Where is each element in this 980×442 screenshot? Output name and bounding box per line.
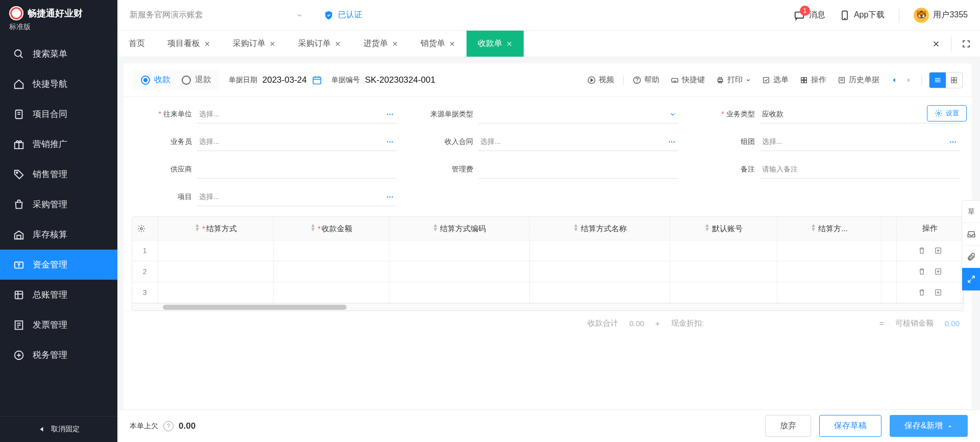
tab-purchase-order-2[interactable]: 采购订单✕ [287,31,352,57]
lookup-icon[interactable]: ⋯ [386,138,395,146]
project-input[interactable]: 选择...⋯ [197,188,397,206]
income-contract-input[interactable]: 选择...⋯ [478,133,678,151]
lookup-icon[interactable]: ⋯ [949,138,958,146]
operate-button[interactable]: 操作 [798,73,828,87]
prev-button[interactable] [889,75,900,86]
settings-button[interactable]: 设置 [927,105,967,121]
close-icon[interactable]: ✕ [506,40,512,48]
select-bill-button[interactable]: 选单 [760,73,791,87]
lookup-icon[interactable]: ⋯ [386,110,395,118]
sidebar-unpin[interactable]: 取消固定 [0,416,117,442]
owe-value: 0.00 [179,421,195,431]
salesman-input[interactable]: 选择...⋯ [197,133,397,151]
delete-row-button[interactable] [918,267,926,276]
rail-inbox[interactable] [962,223,980,245]
save-new-button[interactable]: 保存&新增 [890,415,968,437]
tab-sales-bill[interactable]: 销货单✕ [409,31,467,57]
messages-button[interactable]: 1 消息 [794,10,825,21]
lookup-icon[interactable]: ⋯ [386,193,395,201]
tab-project-board[interactable]: 项目看板✕ [156,31,222,57]
lookup-icon[interactable]: ⋯ [668,138,676,146]
help-button[interactable]: 帮助 [631,73,662,87]
video-button[interactable]: 视频 [585,73,616,87]
help-icon[interactable]: ? [163,421,174,431]
sidebar-item-invoice[interactable]: 发票管理 [0,310,117,340]
tab-purchase-order-1[interactable]: 采购订单✕ [222,31,287,57]
table-row[interactable]: 3 [132,282,963,303]
col-receive-amount[interactable]: ▲▼收款金额 [274,217,389,240]
table-row[interactable]: 1 [132,240,963,261]
close-icon[interactable]: ✕ [335,40,341,48]
app-download-button[interactable]: App下载 [840,10,885,21]
tab-home[interactable]: 首页 [117,31,156,57]
fullscreen-button[interactable] [960,37,973,51]
col-default-account[interactable]: ▲▼默认账号 [670,217,777,240]
delete-row-button[interactable] [918,288,926,297]
chevron-down-icon [669,111,676,118]
sidebar-item-search[interactable]: 搜索菜单 [0,39,117,69]
customer-input[interactable]: 选择...⋯ [197,105,397,124]
save-draft-button[interactable]: 保存草稿 [819,415,881,437]
tab-goods-in[interactable]: 进货单✕ [352,31,409,57]
col-settle-more[interactable]: ▲▼结算方... [777,217,881,240]
delete-row-button[interactable] [918,247,926,255]
svg-point-54 [140,228,142,230]
table-row[interactable]: 2 [132,261,963,282]
next-button[interactable] [903,75,914,86]
radio-refund[interactable]: 退款 [182,75,211,85]
rail-expand[interactable] [962,268,980,290]
source-type-select[interactable] [478,105,678,124]
account-select[interactable]: 新服务官网演示账套 [130,10,324,20]
tab-receipt[interactable]: 收款单✕ [467,31,524,57]
close-icon[interactable]: ✕ [449,40,455,48]
col-settle-name[interactable]: ▲▼结算方式名称 [530,217,670,240]
rail-draft[interactable]: 草 [962,201,980,223]
sidebar-menu[interactable]: 搜索菜单 快捷导航 项目合同 营销推广 销售管理 采购管理 库存核算 资金管理 … [0,39,117,416]
unpin-icon [38,425,47,434]
sidebar-item-contract[interactable]: 项目合同 [0,99,117,129]
sidebar-item-tax[interactable]: 税务管理 [0,340,117,370]
rail-attach[interactable] [962,245,980,268]
close-all-button[interactable] [929,37,943,51]
radio-receive[interactable]: 收款 [141,75,170,85]
date-value[interactable]: 2023-03-24 [262,75,307,85]
sidebar-item-sales[interactable]: 销售管理 [0,159,117,189]
mgmt-fee-input[interactable] [478,160,678,179]
calendar-icon[interactable] [312,75,322,85]
col-settings[interactable] [132,217,158,240]
col-settle-method[interactable]: ▲▼结算方式 [158,217,274,240]
add-row-button[interactable] [934,288,942,297]
sidebar-item-finance[interactable]: 资金管理 [0,250,117,280]
group-input[interactable]: 选择...⋯ [760,133,960,151]
user-name: 用户3355 [933,10,968,20]
sidebar-label: 资金管理 [33,259,67,271]
detail-table: ▲▼结算方式 ▲▼收款金额 ▲▼结算方式编码 ▲▼结算方式名称 ▲▼默认账号 ▲… [132,216,964,311]
shortcut-button[interactable]: 快捷键 [669,73,707,87]
form-head: 收款 退款 单据日期 2023-03-24 单据编号 SK-20230324-0… [124,63,972,97]
sidebar-item-ledger[interactable]: 总账管理 [0,280,117,310]
horizontal-scrollbar[interactable] [132,303,963,310]
number-value: SK-20230324-001 [365,75,435,85]
sidebar-item-purchase[interactable]: 采购管理 [0,189,117,219]
print-button[interactable]: 打印 [714,73,753,87]
sidebar-item-marketing[interactable]: 营销推广 [0,129,117,159]
history-button[interactable]: 历史单据 [836,73,881,87]
discard-button[interactable]: 放弃 [765,415,811,437]
user-menu[interactable]: 🐯 用户3355 [914,8,968,23]
ledger-icon [13,289,24,301]
close-icon[interactable]: ✕ [204,40,210,48]
field-income-contract: 收入合同选择...⋯ [417,133,678,151]
close-icon[interactable]: ✕ [270,40,276,48]
scrollbar-thumb[interactable] [163,305,347,310]
sidebar-item-quick[interactable]: 快捷导航 [0,69,117,99]
col-settle-code[interactable]: ▲▼结算方式编码 [389,217,529,240]
remark-input[interactable]: 请输入备注 [760,160,960,179]
close-icon[interactable]: ✕ [392,40,398,48]
add-row-button[interactable] [934,247,942,255]
add-row-button[interactable] [934,267,942,276]
view-list-button[interactable] [929,72,946,88]
col-ops: 操作 [897,217,963,240]
supplier-input[interactable] [197,160,397,179]
sidebar-item-inventory[interactable]: 库存核算 [0,219,117,250]
view-card-button[interactable] [946,72,962,88]
